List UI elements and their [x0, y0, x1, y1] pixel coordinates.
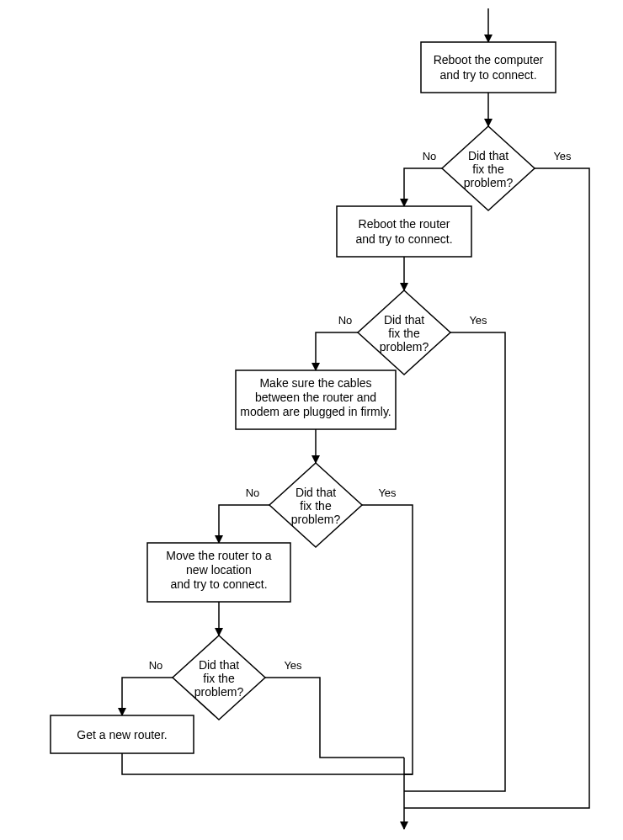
- node-step4-line1: Move the router to a: [166, 549, 272, 562]
- node-dec1: Did that fix the problem?: [442, 126, 535, 210]
- label-dec3-yes: Yes: [378, 486, 397, 499]
- edge-dec3-no: [219, 505, 269, 543]
- label-dec3-no: No: [246, 486, 260, 499]
- edge-step5-out: [122, 753, 413, 774]
- edge-dec4-no: [122, 678, 173, 715]
- edge-dec1-yes: [404, 168, 589, 808]
- node-dec1-line1: Did that: [468, 149, 509, 162]
- label-dec4-no: No: [149, 659, 163, 672]
- node-step5: Get a new router.: [51, 715, 194, 753]
- node-dec2-line3: problem?: [380, 340, 429, 354]
- node-step4-line2: new location: [186, 563, 252, 577]
- node-step3-line3: modem are plugged in firmly.: [240, 405, 391, 418]
- node-dec1-line3: problem?: [464, 176, 514, 189]
- node-step5-line1: Get a new router.: [77, 728, 167, 742]
- label-dec2-yes: Yes: [469, 314, 487, 327]
- edge-dec2-no: [316, 332, 358, 370]
- node-dec3-line3: problem?: [291, 513, 341, 526]
- edge-dec4-yes: [265, 678, 404, 758]
- svg-rect-2: [337, 206, 471, 257]
- edge-dec1-no: [404, 168, 442, 206]
- node-step4-line3: and try to connect.: [170, 577, 267, 591]
- node-dec4-line2: fix the: [203, 672, 235, 685]
- flowchart-diagram: No Yes No Yes No Yes No Yes Reboot the c…: [0, 0, 623, 840]
- edge-dec2-yes: [404, 332, 505, 791]
- node-dec2: Did that fix the problem?: [358, 290, 450, 375]
- node-dec4-line3: problem?: [194, 685, 244, 699]
- node-step2-line2: and try to connect.: [355, 232, 452, 246]
- label-dec2-no: No: [338, 314, 353, 327]
- node-dec3-line1: Did that: [296, 486, 336, 499]
- svg-rect-0: [421, 42, 556, 93]
- node-step1-line1: Reboot the computer: [434, 53, 544, 66]
- node-step4: Move the router to a new location and tr…: [147, 543, 290, 602]
- node-dec1-line2: fix the: [472, 162, 504, 176]
- node-dec3: Did that fix the problem?: [269, 463, 362, 547]
- node-step1: Reboot the computer and try to connect.: [421, 42, 556, 93]
- node-dec2-line2: fix the: [388, 327, 420, 340]
- edge-dec3-yes: [362, 505, 413, 774]
- node-dec4: Did that fix the problem?: [173, 635, 265, 720]
- node-step1-line2: and try to connect.: [439, 68, 536, 82]
- node-dec2-line1: Did that: [384, 313, 424, 327]
- node-step3: Make sure the cables between the router …: [236, 370, 396, 429]
- label-dec4-yes: Yes: [284, 659, 302, 672]
- label-dec1-yes: Yes: [553, 150, 572, 162]
- label-dec1-no: No: [423, 150, 437, 162]
- node-step3-line2: between the router and: [255, 391, 376, 404]
- node-dec3-line2: fix the: [300, 499, 332, 513]
- node-step2-line1: Reboot the router: [359, 217, 450, 231]
- node-step3-line1: Make sure the cables: [259, 376, 371, 390]
- node-step2: Reboot the router and try to connect.: [337, 206, 471, 257]
- node-dec4-line1: Did that: [199, 658, 239, 672]
